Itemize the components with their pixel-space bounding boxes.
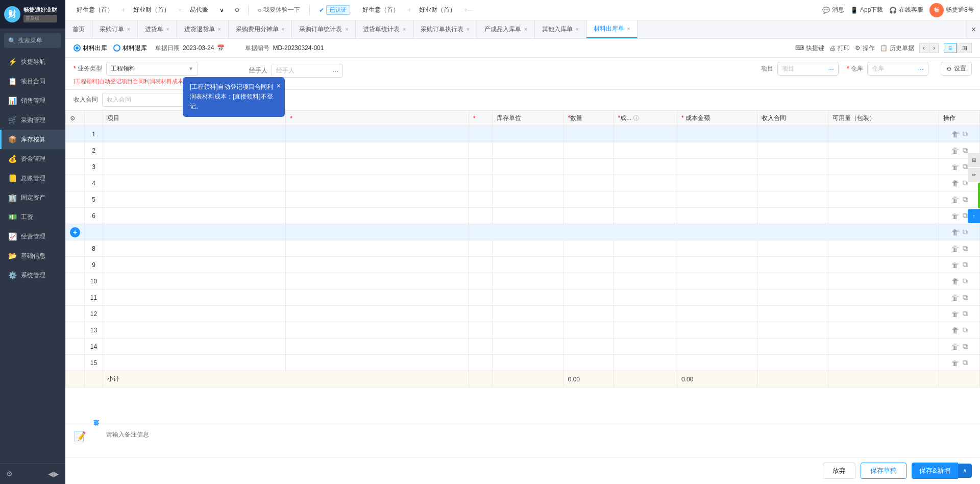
sidebar-search[interactable]: 🔍 搜索菜单: [0, 29, 65, 52]
project-cell-input-1[interactable]: [107, 131, 281, 138]
tab-purchase-stat[interactable]: 采购订单统计表 ×: [292, 20, 356, 38]
sidebar-item-quicknav[interactable]: ⚡ 快捷导航: [0, 52, 65, 71]
delete-row-7-button[interactable]: 🗑: [950, 227, 960, 237]
sidebar-item-system[interactable]: ⚙️ 系统管理: [0, 265, 65, 285]
delete-row-11-button[interactable]: 🗑: [950, 293, 960, 303]
print-button[interactable]: 🖨 打印: [829, 44, 850, 53]
delete-row-9-button[interactable]: 🗑: [950, 260, 960, 270]
save-new-main-button[interactable]: 保存&新增: [912, 463, 958, 479]
handler-dots-icon[interactable]: ···: [333, 67, 339, 75]
cell-material-1[interactable]: [286, 126, 469, 142]
copy-row-7-button[interactable]: ⧉: [962, 227, 969, 237]
right-panel-btn-2[interactable]: ✏: [968, 168, 980, 182]
project-input[interactable]: 项目 ···: [777, 62, 839, 76]
tab-material-out[interactable]: 材料出库单 ×: [586, 20, 638, 38]
tab-home[interactable]: 首页: [65, 20, 92, 38]
right-panel-btn-3[interactable]: ↑: [968, 209, 980, 223]
cell-project-1[interactable]: [103, 126, 286, 142]
delete-row-6-button[interactable]: 🗑: [950, 211, 960, 221]
quick-key-button[interactable]: ⌨ 快捷键: [795, 44, 824, 53]
tab-other-in[interactable]: 其他入库单 ×: [535, 20, 586, 38]
tab-purchase-exec[interactable]: 采购订单执行表 ×: [413, 20, 477, 38]
history-button[interactable]: 📋 历史单据: [880, 44, 914, 53]
message-button[interactable]: 💬 消息: [822, 6, 844, 14]
delete-row-4-button[interactable]: 🗑: [950, 178, 960, 188]
copy-row-12-button[interactable]: ⧉: [962, 308, 969, 319]
cost-info-icon[interactable]: ⓘ: [633, 115, 639, 121]
collapse-button[interactable]: ◀▶: [46, 468, 61, 480]
column-settings-icon[interactable]: ⚙: [70, 115, 76, 122]
online-service-button[interactable]: 🎧 在线客服: [889, 6, 923, 14]
app-download-button[interactable]: 📱 App下载: [850, 6, 883, 14]
sidebar-item-purchase[interactable]: 🛒 采购管理: [0, 110, 65, 130]
material-cell-input-1[interactable]: [290, 131, 464, 138]
close-product-in-tab[interactable]: ×: [524, 27, 527, 32]
sidebar-item-salary[interactable]: 💵 工资: [0, 207, 65, 227]
list-view-button[interactable]: ≡: [944, 43, 957, 53]
search-menu-button[interactable]: 🔍 搜索菜单: [4, 33, 61, 48]
copy-row-11-button[interactable]: ⧉: [962, 292, 969, 303]
topnav-more-button[interactable]: ∨: [215, 5, 228, 16]
notes-icon[interactable]: 📝: [74, 430, 86, 443]
discard-button[interactable]: 放弃: [823, 463, 855, 479]
close-purchase-expense-tab[interactable]: ×: [282, 27, 285, 32]
sidebar-item-finance[interactable]: 💰 资金管理: [0, 149, 65, 168]
save-draft-button[interactable]: 保存草稿: [861, 463, 906, 479]
tab-purchase-order[interactable]: 采购订单 ×: [92, 20, 138, 38]
form-settings-button[interactable]: ⚙ 设置: [941, 62, 972, 76]
calendar-icon[interactable]: 📅: [217, 44, 225, 52]
delete-row-2-button[interactable]: 🗑: [950, 146, 960, 156]
close-all-tabs-button[interactable]: ×: [967, 20, 980, 38]
tab-incoming[interactable]: 进货单 ×: [138, 20, 177, 38]
close-incoming-stat-tab[interactable]: ×: [403, 27, 406, 32]
close-incoming-tab[interactable]: ×: [166, 27, 169, 32]
copy-row-1-button[interactable]: ⧉: [962, 129, 969, 139]
topnav-yidaizhang[interactable]: 易代账: [185, 4, 213, 16]
sidebar-item-inventory[interactable]: 📦 库存核算: [0, 130, 65, 149]
delete-row-8-button[interactable]: 🗑: [950, 244, 960, 254]
topnav-haoyecai[interactable]: 好业财（首）: [128, 4, 175, 16]
delete-row-15-button[interactable]: 🗑: [950, 358, 960, 368]
tab-purchase-expense[interactable]: 采购费用分摊单 ×: [229, 20, 292, 38]
close-other-in-tab[interactable]: ×: [576, 27, 579, 32]
delete-row-10-button[interactable]: 🗑: [950, 276, 960, 286]
sidebar-item-ledger[interactable]: 📒 总账管理: [0, 168, 65, 188]
handler-input[interactable]: 经手人 ···: [272, 64, 343, 78]
settings-bottom-button[interactable]: ⚙: [4, 468, 15, 480]
user-avatar-button[interactable]: 畅 畅捷通8号: [929, 3, 974, 17]
radio-material-out[interactable]: 材料出库: [74, 44, 107, 53]
close-purchase-exec-tab[interactable]: ×: [467, 27, 470, 32]
copy-row-9-button[interactable]: ⧉: [962, 259, 969, 270]
sidebar-item-basic[interactable]: 📂 基础信息: [0, 246, 65, 265]
topnav-gear-button[interactable]: ⚙: [230, 5, 244, 16]
operations-button[interactable]: ⚙ 操作: [855, 44, 875, 53]
add-row-button[interactable]: +: [70, 227, 80, 237]
sidebar-item-project[interactable]: 📋 项目合同: [0, 71, 65, 91]
delete-row-3-button[interactable]: 🗑: [950, 162, 960, 172]
delete-row-12-button[interactable]: 🗑: [950, 309, 960, 319]
copy-row-8-button[interactable]: ⧉: [962, 243, 969, 254]
delete-row-14-button[interactable]: 🗑: [950, 342, 960, 352]
close-incoming-return-tab[interactable]: ×: [218, 27, 221, 32]
delete-row-1-button[interactable]: 🗑: [950, 129, 960, 139]
tab-incoming-stat[interactable]: 进货单统计表 ×: [356, 20, 413, 38]
next-record-button[interactable]: ›: [929, 43, 939, 53]
sidebar-item-assets[interactable]: 🏢 固定资产: [0, 188, 65, 207]
notes-input[interactable]: [106, 430, 972, 451]
copy-row-13-button[interactable]: ⧉: [962, 325, 969, 335]
delete-row-5-button[interactable]: 🗑: [950, 195, 960, 205]
new-row-col2-input[interactable]: [290, 229, 464, 236]
tab-product-in[interactable]: 产成品入库单 ×: [477, 20, 535, 38]
close-purchase-stat-tab[interactable]: ×: [345, 27, 348, 32]
right-panel-btn-1[interactable]: ⊞: [968, 153, 980, 167]
copy-row-15-button[interactable]: ⧉: [962, 357, 969, 368]
topnav-certified-badge[interactable]: ✔ 已认证: [314, 3, 355, 17]
topnav-r2[interactable]: 好业财（首）: [414, 4, 461, 16]
copy-row-14-button[interactable]: ⧉: [962, 341, 969, 352]
business-type-select[interactable]: 工程领料 ▼: [106, 62, 198, 76]
grid-view-button[interactable]: ⊞: [958, 43, 972, 53]
new-row-col1-input[interactable]: [107, 229, 281, 236]
close-material-out-tab[interactable]: ×: [627, 26, 630, 32]
warehouse-input[interactable]: 仓库 ···: [867, 62, 928, 76]
topnav-experience-button[interactable]: ○ 我要体验一下: [253, 4, 305, 16]
